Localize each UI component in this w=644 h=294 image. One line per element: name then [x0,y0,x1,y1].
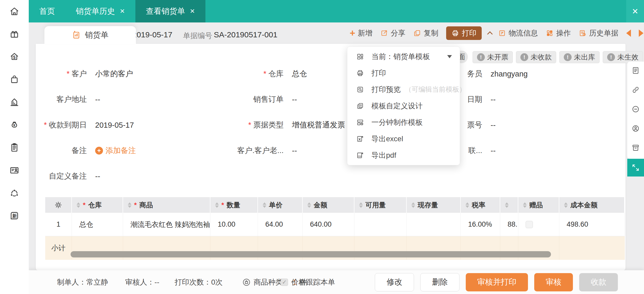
status-badge-not-shipped: ! 未出库 [559,51,600,63]
form-detail-button[interactable] [631,66,640,75]
field-customer-custom-value[interactable]: -- [292,146,297,155]
home-icon [9,6,20,16]
operations-button[interactable]: 操作 [546,28,571,38]
sidebar-item-share[interactable] [9,187,20,198]
sidebar-item-orders[interactable] [9,142,20,153]
delete-button[interactable]: 删除 [420,273,459,291]
audit-and-print-button[interactable]: 审核并打印 [466,273,528,291]
sidebar-item-new[interactable]: 新 [9,210,20,221]
tab-view-sales-order[interactable]: 查看销货单 ✕ [135,0,205,22]
menu-item-print-preview[interactable]: 打印预览 （可编辑当前模板） [347,81,460,98]
sort-icon[interactable] [263,202,266,208]
field-warehouse-value[interactable]: 总仓 [292,69,307,79]
balance-button[interactable] [631,105,640,113]
prev-doc-arrow-icon[interactable] [626,30,631,37]
print-button[interactable]: 打印 [446,26,482,40]
header-tax-rate[interactable]: 税率 [461,197,500,213]
row-quantity-cell[interactable]: 10.00 [210,213,258,236]
header-quantity[interactable]: *数量 [210,197,258,213]
sort-icon[interactable] [505,202,509,208]
tab-home[interactable]: 首页 [29,0,65,22]
row-tax-cell[interactable]: 16.00% [461,213,500,236]
expand-panel-button[interactable] [627,159,644,177]
sidebar-item-shop[interactable]: $ [9,51,20,62]
sort-icon[interactable] [465,202,469,208]
field-customer-value[interactable]: 小常的客户 [95,69,133,79]
header-available[interactable]: 可用量 [354,197,407,213]
logistics-button[interactable]: 物流信息 [498,28,538,38]
sort-icon[interactable] [307,202,311,208]
field-custom-remark: 自定义备注 -- [29,163,136,189]
sidebar-item-finance[interactable]: ¥ [9,119,20,130]
menu-item-template-design[interactable]: 模板自定义设计 [347,98,460,114]
price-track-checkbox[interactable]: ✓ [281,279,288,286]
header-warehouse[interactable]: *仓库 [72,197,123,213]
doc-type-tab[interactable]: 销货单 [44,26,136,44]
sort-icon[interactable] [359,202,363,208]
row-product-cell[interactable]: 潮流毛衣红色 辣妈泡泡袖 [123,213,210,236]
menu-item-sub-hint: （可编辑当前模板） [405,85,466,94]
header-gift[interactable]: 赠品 [518,197,559,213]
sort-icon[interactable] [411,202,415,208]
sort-icon[interactable] [128,202,131,208]
row-warehouse-cell[interactable]: 总仓 [72,213,123,236]
copy-button[interactable]: 复制 [413,28,438,38]
sort-icon[interactable] [77,202,80,208]
field-sales-order-value[interactable]: -- [292,95,297,104]
horizontal-scrollbar[interactable] [71,251,551,257]
header-truncated[interactable] [500,197,518,213]
menu-item-quick-template[interactable]: 一分钟制作模板 [347,114,460,131]
modify-button[interactable]: 修改 [375,273,414,291]
new-button[interactable]: + 新增 [350,28,372,38]
sort-icon[interactable] [523,202,527,208]
field-invoice-no-value[interactable]: -- [491,121,496,130]
required-star: * [248,121,251,129]
menu-item-print[interactable]: 打印 [347,65,460,81]
sidebar-item-warehouse[interactable] [9,97,20,108]
menu-item-export-excel[interactable]: 导出excel [347,131,460,147]
sidebar-item-home[interactable] [9,6,20,17]
sidebar-item-gift[interactable] [9,28,20,39]
receive-payment-button[interactable]: 收款 [579,273,618,291]
audit-button[interactable]: 审核 [534,273,573,291]
gift-checkbox[interactable] [526,221,533,228]
row-amount-cell: 640.00 [303,213,354,236]
customer-info-button[interactable] [631,124,640,133]
print-menu-caret-icon[interactable] [487,31,493,37]
header-cost-amount[interactable]: 成本金额 [559,197,625,213]
row-price-cell[interactable]: 64.00 [258,213,303,236]
field-contact-value[interactable]: -- [491,146,496,155]
sort-icon[interactable] [564,202,568,208]
field-invoice-type-value[interactable]: 增值税普通发票 [292,120,345,130]
field-due-date-value[interactable]: 2019-05-17 [95,121,134,130]
window-close-button[interactable]: ✕ [626,0,644,22]
close-icon[interactable]: ✕ [190,8,195,15]
header-unit-price[interactable]: 单价 [258,197,303,213]
next-doc-arrow-icon[interactable] [639,30,643,37]
menu-item-current-template[interactable]: 当前：销货单模板 [347,48,460,65]
caret-down-icon[interactable] [447,55,452,58]
doc-number-value: SA-20190517-001 [214,30,278,39]
left-sidebar: $ ¥ 新 [0,0,29,294]
archive-button[interactable] [631,144,640,152]
field-salesman-value[interactable]: zhangyang [491,70,528,78]
field-custom-remark-value[interactable]: -- [95,172,100,181]
close-icon[interactable]: ✕ [120,8,125,15]
share-button[interactable]: 分享 [380,28,405,38]
header-product[interactable]: *商品 [123,197,210,213]
column-settings-header[interactable] [45,197,72,213]
menu-item-export-pdf[interactable]: PDF 导出pdf [347,147,460,163]
expand-icon [631,163,640,172]
history-docs-button[interactable]: 历史单据 [579,28,618,38]
sidebar-item-purchase[interactable] [9,74,20,85]
field-customer-address-value[interactable]: -- [95,95,100,104]
related-link-button[interactable] [631,86,640,94]
add-remark-link[interactable]: + 添加备注 [95,145,136,156]
sidebar-item-contacts[interactable] [9,165,20,176]
tab-sales-history[interactable]: 销货单历史 ✕ [65,0,135,22]
header-amount[interactable]: 金额 [303,197,354,213]
sales-doc-icon [72,31,81,39]
header-stock[interactable]: 现存量 [407,197,461,213]
field-date-value[interactable]: -- [491,95,496,104]
sort-icon[interactable] [215,202,219,208]
